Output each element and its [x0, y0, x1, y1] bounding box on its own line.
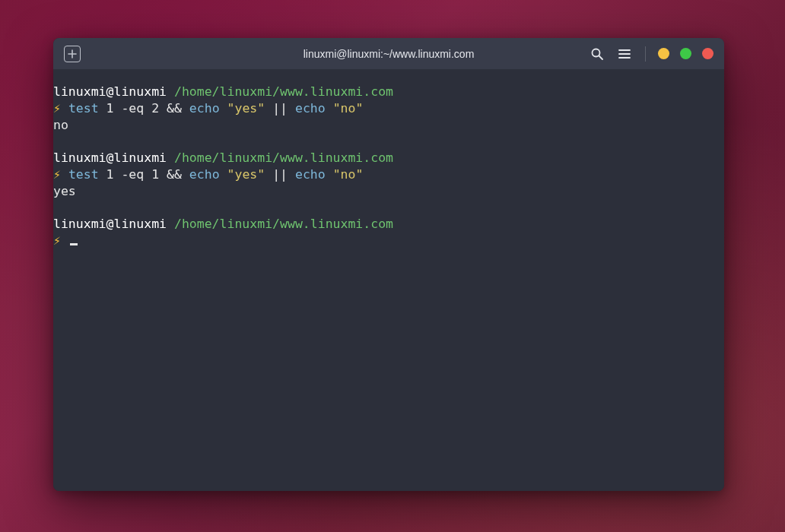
- command-line: ⚡ test 1 -eq 2 && echo "yes" || echo "no…: [53, 100, 724, 117]
- blank-line: [53, 199, 724, 216]
- cmd-string: "no": [326, 101, 364, 116]
- prompt-line: linuxmi@linuxmi /home/linuxmi/www.linuxm…: [53, 84, 724, 100]
- prompt-user-host: linuxmi@linuxmi: [53, 84, 167, 99]
- cmd-args: 1 -eq 2 &&: [99, 101, 189, 116]
- minimize-button[interactable]: [658, 48, 669, 59]
- cmd-op: ||: [265, 167, 295, 182]
- titlebar-left: [64, 46, 81, 62]
- maximize-button[interactable]: [680, 48, 691, 59]
- output-line: yes: [53, 183, 724, 200]
- cmd-string: "yes": [220, 167, 265, 182]
- cmd-echo: echo: [189, 101, 220, 116]
- hamburger-icon: [618, 49, 631, 59]
- cmd-echo: echo: [189, 167, 220, 182]
- window-title: linuxmi@linuxmi:~/www.linuxmi.com: [304, 48, 475, 60]
- command-line: ⚡ test 1 -eq 1 && echo "yes" || echo "no…: [53, 166, 724, 183]
- cmd-op: ||: [265, 101, 295, 116]
- window-controls: [658, 48, 713, 59]
- terminal-window: linuxmi@linuxmi:~/www.linuxmi.com: [53, 38, 724, 491]
- close-button[interactable]: [702, 48, 713, 59]
- cmd-test: test: [68, 101, 99, 116]
- terminal-body[interactable]: linuxmi@linuxmi /home/linuxmi/www.linuxm…: [53, 70, 724, 491]
- menu-button[interactable]: [616, 46, 633, 62]
- prompt-path: /home/linuxmi/www.linuxmi.com: [174, 150, 393, 165]
- blank-line: [53, 133, 724, 150]
- prompt-user-host: linuxmi@linuxmi: [53, 217, 167, 231]
- separator: [645, 46, 646, 62]
- cmd-string: "yes": [220, 101, 265, 116]
- command-line-active[interactable]: ⚡: [53, 233, 724, 249]
- new-tab-button[interactable]: [64, 46, 81, 62]
- lightning-icon: ⚡: [53, 167, 61, 182]
- cmd-echo: echo: [295, 167, 326, 182]
- lightning-icon: ⚡: [53, 101, 61, 116]
- cmd-echo: echo: [295, 101, 326, 116]
- prompt-line: linuxmi@linuxmi /home/linuxmi/www.linuxm…: [53, 150, 724, 166]
- cmd-string: "no": [326, 167, 364, 182]
- search-icon: [590, 47, 604, 61]
- prompt-path: /home/linuxmi/www.linuxmi.com: [174, 217, 393, 231]
- cursor: [70, 243, 78, 245]
- plus-icon: [68, 49, 77, 59]
- search-button[interactable]: [589, 46, 605, 62]
- lightning-icon: ⚡: [53, 233, 61, 248]
- cmd-test: test: [68, 167, 99, 182]
- output-line: no: [53, 117, 724, 134]
- titlebar-right: [589, 46, 713, 62]
- cmd-args: 1 -eq 1 &&: [99, 167, 189, 182]
- prompt-line: linuxmi@linuxmi /home/linuxmi/www.linuxm…: [53, 216, 724, 233]
- titlebar: linuxmi@linuxmi:~/www.linuxmi.com: [53, 38, 724, 70]
- prompt-path: /home/linuxmi/www.linuxmi.com: [174, 84, 393, 99]
- prompt-user-host: linuxmi@linuxmi: [53, 150, 167, 165]
